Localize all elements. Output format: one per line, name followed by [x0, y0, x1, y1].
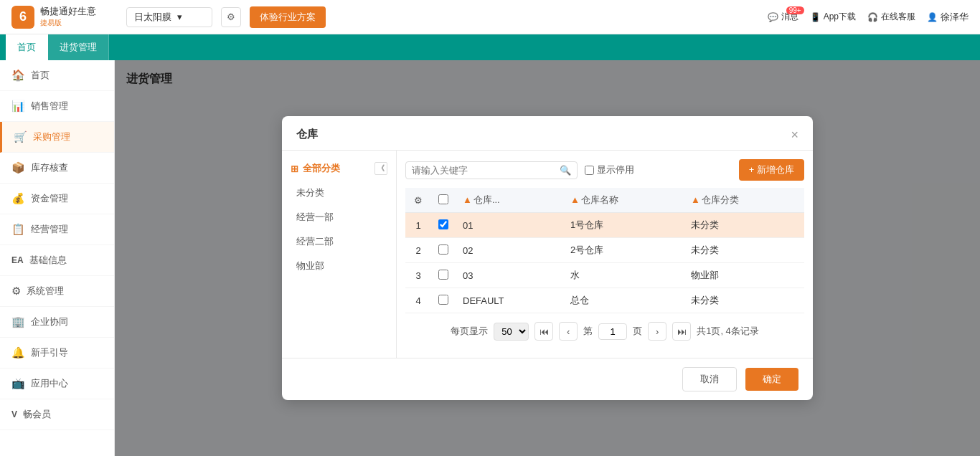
sidebar-item-home[interactable]: 🏠 首页 — [0, 60, 114, 91]
row-name: 2号仓库 — [563, 238, 684, 263]
inventory-icon: 📦 — [11, 161, 25, 174]
collapse-button[interactable]: 《 — [374, 162, 387, 175]
first-page-button[interactable]: ⏮ — [534, 322, 553, 341]
warehouse-table: ⚙ ▲仓库... ▲仓库名称 ▲仓库分类 1 01 1号仓库 — [405, 188, 804, 313]
row-checkbox[interactable] — [438, 219, 448, 229]
sidebar-item-system[interactable]: ⚙ 系统管理 — [0, 276, 114, 307]
category-panel: ⊞ 全部分类 《 未分类 经营一部 经营 — [282, 151, 397, 358]
row-checkbox[interactable] — [438, 270, 448, 280]
sidebar-item-sales[interactable]: 📊 销售管理 — [0, 91, 114, 122]
modal-overlay[interactable]: 仓库 × ⊞ 全部分类 《 — [115, 60, 980, 456]
service-label: 在线客服 — [881, 11, 915, 23]
logo-icon: 6 — [11, 6, 34, 29]
select-all-checkbox[interactable] — [438, 194, 448, 204]
sidebar-item-basic-info[interactable]: EA 基础信息 — [0, 245, 114, 276]
next-page-button[interactable]: › — [648, 322, 666, 341]
show-disabled-checkbox[interactable]: 显示停用 — [585, 163, 634, 176]
system-icon: ⚙ — [11, 285, 21, 298]
warehouse-panel: 🔍 显示停用 + 新增仓库 — [397, 151, 813, 358]
col-gear: ⚙ — [405, 188, 431, 213]
sidebar-item-operations[interactable]: 📋 经营管理 — [0, 214, 114, 245]
sidebar-item-label: 企业协同 — [31, 315, 68, 328]
content-area: 进货管理 仓库 × ⊞ 全部分类 — [115, 60, 980, 456]
row-checkbox[interactable] — [438, 244, 448, 255]
cancel-button[interactable]: 取消 — [682, 367, 737, 391]
show-disabled-input[interactable] — [585, 166, 594, 175]
prev-page-button[interactable]: ‹ — [559, 322, 578, 341]
sidebar-item-enterprise[interactable]: 🏢 企业协同 — [0, 307, 114, 338]
category-item-unclassified[interactable]: 未分类 — [282, 181, 396, 205]
sidebar: 🏠 首页 📊 销售管理 🛒 采购管理 📦 库存核查 💰 资金管理 📋 经营管理 … — [0, 60, 115, 456]
category-item-property[interactable]: 物业部 — [282, 254, 396, 278]
app-label: App下载 — [824, 11, 856, 23]
sidebar-item-purchase[interactable]: 🛒 采购管理 — [0, 122, 114, 153]
table-row[interactable]: 1 01 1号仓库 未分类 — [405, 213, 804, 238]
confirm-button[interactable]: 确定 — [745, 368, 798, 391]
customer-service-button[interactable]: 🎧 在线客服 — [867, 11, 915, 23]
message-button[interactable]: 💬 消息 99+ — [768, 11, 798, 23]
main-layout: 🏠 首页 📊 销售管理 🛒 采购管理 📦 库存核查 💰 资金管理 📋 经营管理 … — [0, 60, 980, 456]
sidebar-item-label: 资金管理 — [31, 192, 68, 205]
all-categories-item[interactable]: ⊞ 全部分类 《 — [282, 156, 396, 181]
message-badge: 99+ — [786, 6, 804, 14]
trial-button[interactable]: 体验行业方案 — [250, 6, 326, 28]
table-header-row: ⚙ ▲仓库... ▲仓库名称 ▲仓库分类 — [405, 188, 804, 213]
per-page-label: 每页显示 — [451, 325, 488, 338]
user-menu[interactable]: 👤 徐泽华 — [927, 11, 969, 24]
sidebar-item-label: 基础信息 — [29, 254, 67, 267]
app-download-button[interactable]: 📱 App下载 — [810, 11, 856, 23]
table-row[interactable]: 3 03 水 物业部 — [405, 263, 804, 288]
tab-purchase[interactable]: 进货管理 — [48, 34, 109, 60]
category-item-ops2[interactable]: 经营二部 — [282, 229, 396, 254]
close-icon[interactable]: × — [791, 128, 798, 141]
row-category: 物业部 — [684, 263, 804, 288]
page-indicator-label: 第 — [583, 325, 593, 338]
dialog-header: 仓库 × — [282, 116, 813, 151]
last-page-button[interactable]: ⏭ — [672, 322, 691, 341]
tab-home[interactable]: 首页 — [6, 34, 48, 60]
category-item-ops1[interactable]: 经营一部 — [282, 205, 396, 229]
pagination: 每页显示 50 ⏮ ‹ 第 页 › ⏭ 共1页, 4条记录 — [405, 313, 804, 349]
search-icon[interactable]: 🔍 — [560, 165, 571, 176]
warehouse-dialog: 仓库 × ⊞ 全部分类 《 — [282, 116, 813, 400]
add-warehouse-button[interactable]: + 新增仓库 — [739, 159, 804, 181]
col-category[interactable]: ▲仓库分类 — [684, 188, 804, 213]
col-checkbox — [431, 188, 456, 213]
row-number: 3 — [405, 263, 431, 288]
user-icon: 👤 — [927, 12, 938, 22]
col-name[interactable]: ▲仓库名称 — [563, 188, 684, 213]
member-icon: V — [11, 409, 17, 419]
total-info: 共1页, 4条记录 — [697, 325, 759, 338]
guide-icon: 🔔 — [11, 346, 25, 359]
sidebar-item-app-center[interactable]: 📺 应用中心 — [0, 369, 114, 399]
sidebar-item-member[interactable]: V 畅会员 — [0, 399, 114, 430]
per-page-select[interactable]: 50 — [494, 323, 529, 341]
sort-icon: ▲ — [570, 194, 580, 205]
row-checkbox-cell — [431, 238, 456, 263]
row-checkbox-cell — [431, 263, 456, 288]
header-right: 💬 消息 99+ 📱 App下载 🎧 在线客服 👤 徐泽华 — [768, 11, 969, 24]
sort-icon: ▲ — [691, 194, 700, 205]
settings-button[interactable]: ⚙ — [221, 7, 241, 27]
row-checkbox[interactable] — [438, 295, 448, 305]
table-row[interactable]: 2 02 2号仓库 未分类 — [405, 238, 804, 263]
sidebar-item-label: 畅会员 — [23, 408, 51, 421]
row-number: 2 — [405, 238, 431, 263]
sidebar-item-label: 销售管理 — [31, 100, 68, 113]
row-code: 01 — [456, 213, 563, 238]
page-number-input[interactable] — [598, 323, 627, 340]
row-checkbox-cell — [431, 213, 456, 238]
sidebar-item-finance[interactable]: 💰 资金管理 — [0, 184, 114, 214]
dialog-body: ⊞ 全部分类 《 未分类 经营一部 经营 — [282, 151, 813, 358]
row-category: 未分类 — [684, 288, 804, 313]
sort-icon: ▲ — [463, 194, 472, 205]
search-input[interactable] — [412, 165, 560, 176]
sidebar-item-guide[interactable]: 🔔 新手引导 — [0, 338, 114, 369]
col-code[interactable]: ▲仓库... — [456, 188, 563, 213]
row-code: 02 — [456, 238, 563, 263]
store-selector[interactable]: 日太阳膜 ▾ — [126, 7, 212, 27]
sidebar-item-label: 新手引导 — [31, 346, 68, 359]
table-row[interactable]: 4 DEFAULT 总仓 未分类 — [405, 288, 804, 313]
store-name: 日太阳膜 — [134, 11, 171, 24]
sidebar-item-inventory[interactable]: 📦 库存核查 — [0, 153, 114, 184]
